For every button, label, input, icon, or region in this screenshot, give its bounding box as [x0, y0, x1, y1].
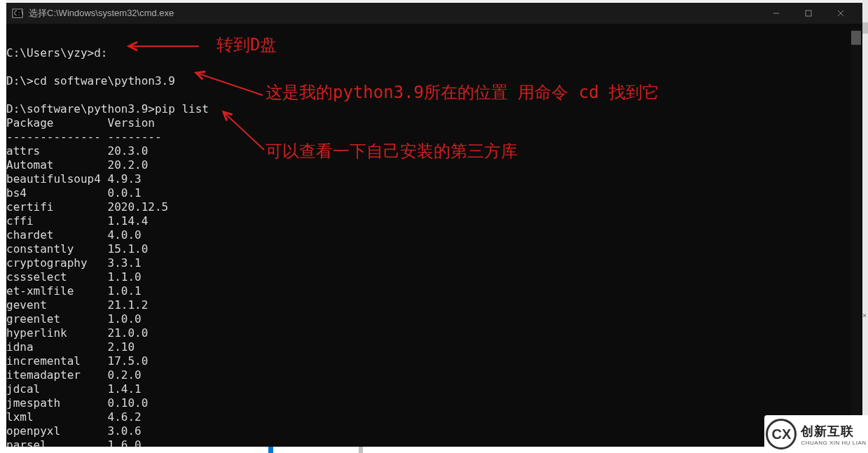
terminal-line: D:\software\python3.9>pip list	[6, 102, 862, 116]
pip-package-row: greenlet 1.0.0	[6, 312, 862, 326]
pip-package-row: chardet 4.0.0	[6, 228, 862, 242]
annotation-1: 转到D盘	[216, 38, 277, 52]
minimize-button[interactable]	[760, 3, 792, 24]
pip-package-row: et-xmlfile 1.0.1	[6, 284, 862, 298]
bottom-strip	[6, 447, 862, 453]
page-left-strip	[0, 0, 6, 453]
annotation-2: 这是我的python3.9所在的位置 用命令 cd 找到它	[266, 85, 659, 99]
tab-indicator-gray	[359, 447, 363, 453]
pip-package-row: openpyxl 3.0.6	[6, 424, 862, 438]
pip-package-row: itemadapter 0.2.0	[6, 368, 862, 382]
terminal-body[interactable]: C:\Users\yzy>d: D:\>cd software\python3.…	[6, 24, 862, 453]
svg-rect-3	[806, 11, 811, 16]
logo-text-en: CHUANG XIN HU LIAN	[801, 440, 866, 446]
page-scrollbar[interactable]	[862, 0, 868, 453]
pip-package-row: jmespath 0.10.0	[6, 396, 862, 410]
pip-package-row: beautifulsoup4 4.9.3	[6, 172, 862, 186]
terminal-line: C:\Users\yzy>d:	[6, 46, 862, 60]
pip-package-row: hyperlink 21.0.0	[6, 326, 862, 340]
terminal-line	[6, 60, 862, 74]
close-button[interactable]	[825, 3, 857, 24]
cmd-window: C:\ 选择C:\Windows\system32\cmd.exe C:\Use…	[6, 3, 862, 453]
pip-package-row: bs4 0.0.1	[6, 186, 862, 200]
window-controls	[760, 3, 857, 24]
page-scrollbar-arrow[interactable]	[862, 22, 868, 34]
pip-package-row: incremental 17.5.0	[6, 354, 862, 368]
logo-text: 创新互联 CHUANG XIN HU LIAN	[801, 423, 866, 446]
pip-package-row: idna 2.10	[6, 340, 862, 354]
pip-package-row: jdcal 1.4.1	[6, 382, 862, 396]
terminal-scrollbar[interactable]	[851, 27, 861, 453]
logo-circle: CX	[766, 419, 797, 449]
pip-package-row: cffi 1.14.4	[6, 214, 862, 228]
tab-indicator-blue	[268, 447, 273, 453]
pip-package-row: certifi 2020.12.5	[6, 200, 862, 214]
titlebar[interactable]: C:\ 选择C:\Windows\system32\cmd.exe	[6, 3, 862, 24]
side-close-icon[interactable]: ×	[862, 312, 867, 319]
terminal-scrollbar-thumb[interactable]	[851, 31, 861, 45]
terminal-line	[6, 32, 862, 46]
pip-package-row: constantly 15.1.0	[6, 242, 862, 256]
pip-package-row: cssselect 1.1.0	[6, 270, 862, 284]
pip-package-row: gevent 21.1.2	[6, 298, 862, 312]
pip-package-row: lxml 4.6.2	[6, 410, 862, 424]
annotation-3: 可以查看一下自己安装的第三方库	[266, 144, 518, 158]
logo-badge: CX 创新互联 CHUANG XIN HU LIAN	[764, 415, 868, 453]
pip-package-row: cryptography 3.3.1	[6, 256, 862, 270]
cmd-icon: C:\	[12, 8, 23, 19]
maximize-button[interactable]	[792, 3, 825, 24]
window-title: 选择C:\Windows\system32\cmd.exe	[29, 7, 760, 20]
svg-text:C:\: C:\	[14, 11, 23, 17]
pip-header: Package Version	[6, 116, 862, 130]
logo-text-cn: 创新互联	[801, 423, 866, 440]
